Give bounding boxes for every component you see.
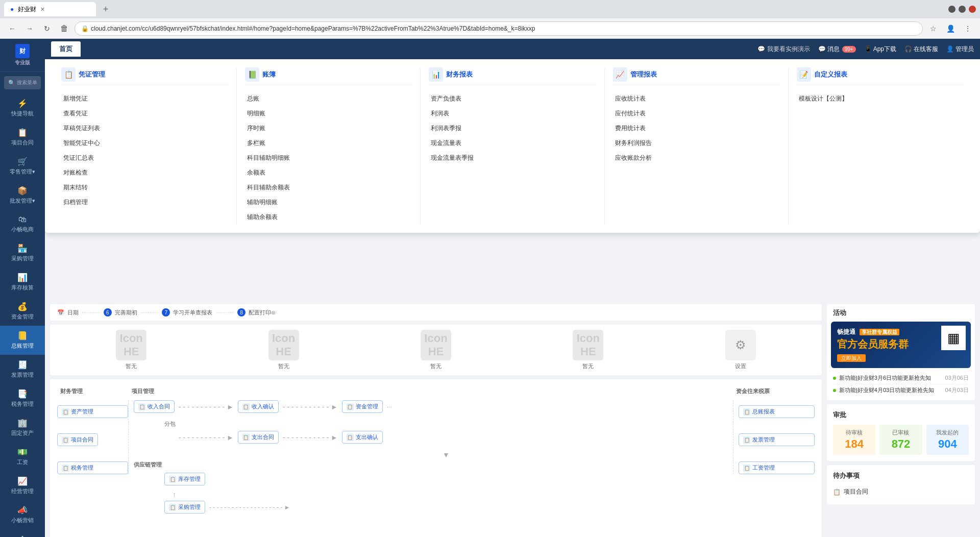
icon-box-4: IconHE xyxy=(573,330,603,360)
menu-receivable-analysis[interactable]: 应收账款分析 xyxy=(613,151,780,165)
tab-close-button[interactable]: × xyxy=(40,5,44,13)
sidebar-item-basic-info[interactable]: ℹ 基础信息 xyxy=(0,529,45,537)
expense-contract-node[interactable]: 📋 支出合同 xyxy=(238,431,279,444)
join-btn[interactable]: 立即加入 xyxy=(837,354,965,362)
salary-mgmt-node[interactable]: 📋 税务管理 xyxy=(57,461,128,474)
notification-icon: 💬 xyxy=(818,45,826,53)
delete-button[interactable]: 🗑 xyxy=(57,21,71,36)
menu-expense-stats[interactable]: 费用统计表 xyxy=(613,121,780,136)
sidebar-item-xiaochang-ecom[interactable]: 🛍 小畅电商 xyxy=(0,210,45,238)
shortcut-icon-1[interactable]: IconHE 暂无 xyxy=(116,330,146,370)
notification-button[interactable]: 💬 消息 99+ xyxy=(818,45,856,54)
custom-report-col-title: 自定义报表 xyxy=(814,70,847,79)
menu-template-design[interactable]: 模板设计【公测】 xyxy=(797,91,964,106)
profile-button[interactable]: 👤 xyxy=(943,21,958,36)
refresh-button[interactable]: ↻ xyxy=(40,21,54,36)
asset-mgmt-node[interactable]: 📋 资产管理 xyxy=(57,405,128,418)
sidebar-item-purchase-mgmt[interactable]: 🏪 采购管理 xyxy=(0,238,45,267)
date-label: 日期 xyxy=(67,309,79,316)
income-confirm-node[interactable]: 📋 资金管理 xyxy=(342,400,383,413)
forward-button[interactable]: → xyxy=(22,21,37,36)
sidebar-item-invoice-mgmt[interactable]: 🧾 发票管理 xyxy=(0,355,45,384)
menu-new-voucher[interactable]: 新增凭证 xyxy=(61,91,228,106)
sidebar-item-tax-mgmt[interactable]: 📑 税务管理 xyxy=(0,384,45,413)
user-profile-button[interactable]: 👤 管理员 xyxy=(946,45,974,54)
demo-link[interactable]: 💬 我要看实例演示 xyxy=(757,45,810,54)
menu-financial-profit-report[interactable]: 财务利润报告 xyxy=(613,136,780,151)
menu-draft-voucher-list[interactable]: 草稿凭证列表 xyxy=(61,121,228,136)
app-download-button[interactable]: 📱 App下载 xyxy=(864,45,896,54)
approval-done-card[interactable]: 已审核 872 xyxy=(879,425,922,455)
todo-item-project-contract[interactable]: 📋 项目合同 xyxy=(833,485,969,498)
sidebar-item-ops-mgmt[interactable]: 📈 经营管理 xyxy=(0,471,45,500)
bookmark-button[interactable]: ☆ xyxy=(926,21,940,36)
invoice-mgmt-flow-node[interactable]: 📋 发票管理 xyxy=(739,433,815,446)
sidebar-item-project-contract[interactable]: 📋 项目合同 xyxy=(0,123,45,152)
menu-smart-voucher[interactable]: 智能凭证中心 xyxy=(61,136,228,151)
maximize-button[interactable] xyxy=(959,6,966,13)
menu-period-end[interactable]: 期末结转 xyxy=(61,180,228,195)
menu-button[interactable]: ⋮ xyxy=(961,21,975,36)
sidebar-item-label: 小畅营销 xyxy=(11,517,34,524)
menu-view-voucher[interactable]: 查看凭证 xyxy=(61,106,228,121)
step-arrow-2: ············ xyxy=(140,309,159,315)
general-ledger-report-node[interactable]: 📋 项目合同 xyxy=(57,433,98,446)
menu-general-ledger[interactable]: 总账 xyxy=(245,91,412,106)
menu-voucher-summary[interactable]: 凭证汇总表 xyxy=(61,151,228,165)
menu-receivable-stats[interactable]: 应收统计表 xyxy=(613,91,780,106)
menu-cash-flow[interactable]: 现金流量表 xyxy=(429,136,596,151)
address-bar[interactable]: 🔒 cloud.chanjet.com/cc/u6d89qwnryel/57bf… xyxy=(75,21,923,36)
ledger-col-title: 账簿 xyxy=(262,70,276,79)
approval-pending-card[interactable]: 待审核 184 xyxy=(833,425,875,455)
menu-cash-flow-quarterly[interactable]: 现金流量表季报 xyxy=(429,151,596,165)
back-button[interactable]: ← xyxy=(5,21,19,36)
menu-detail-ledger[interactable]: 明细账 xyxy=(245,106,412,121)
menu-subject-aux-detail[interactable]: 科目辅助明细账 xyxy=(245,151,412,165)
voucher-col-title: 凭证管理 xyxy=(79,70,105,79)
menu-multi-col-ledger[interactable]: 多栏账 xyxy=(245,136,412,151)
menu-balance-sheet[interactable]: 资产负债表 xyxy=(429,91,596,106)
sidebar-item-xiaochang-marketing[interactable]: 📣 小畅营销 xyxy=(0,500,45,529)
purchase-mgmt-node[interactable]: 📋 采购管理 xyxy=(164,501,205,514)
search-menu-button[interactable]: 🔍 搜索菜单 xyxy=(4,76,41,89)
menu-income-statement[interactable]: 利润表 xyxy=(429,106,596,121)
minimize-button[interactable] xyxy=(948,6,955,13)
menu-reconciliation[interactable]: 对账检查 xyxy=(61,165,228,180)
menu-subject-aux-balance[interactable]: 科目辅助余额表 xyxy=(245,180,412,195)
tax-mgmt-flow-node[interactable]: 📋 工资管理 xyxy=(739,461,815,474)
online-service-button[interactable]: 🎧 在线客服 xyxy=(904,45,938,54)
sidebar-item-quick-nav[interactable]: ⚡ 快捷导航 xyxy=(0,93,45,123)
shortcut-icon-3[interactable]: IconHE 暂无 xyxy=(421,330,451,370)
menu-archive[interactable]: 归档管理 xyxy=(61,195,228,210)
close-button[interactable] xyxy=(969,6,976,13)
menu-balance-table[interactable]: 余额表 xyxy=(245,165,412,180)
new-tab-button[interactable]: + xyxy=(99,3,112,16)
project-contract-node[interactable]: 📋 收入合同 xyxy=(134,400,175,413)
sidebar-item-general-ledger[interactable]: 📒 总账管理 xyxy=(0,326,45,355)
shortcut-icon-4[interactable]: IconHE 暂无 xyxy=(573,330,603,370)
shortcut-settings[interactable]: ⚙ 设置 xyxy=(725,330,756,370)
approval-title: 审批 xyxy=(833,410,969,420)
capital-mgmt-node[interactable]: 📋 总账报表 xyxy=(739,405,815,418)
pending-num: 184 xyxy=(845,437,864,451)
expense-confirm-node[interactable]: 📋 支出确认 xyxy=(342,431,383,444)
menu-aux-balance[interactable]: 辅助余额表 xyxy=(245,210,412,225)
sidebar-item-fund-mgmt[interactable]: 💰 资金管理 xyxy=(0,297,45,326)
sidebar-item-wholesale-mgmt[interactable]: 📦 批发管理▾ xyxy=(0,181,45,210)
menu-sequential-ledger[interactable]: 序时账 xyxy=(245,121,412,136)
shortcut-icon-2[interactable]: IconHE 暂无 xyxy=(268,330,299,370)
approval-sent-card[interactable]: 我发起的 904 xyxy=(926,425,969,455)
done-num: 872 xyxy=(892,437,911,451)
dropdown-menu: 📋 凭证管理 新增凭证 查看凭证 草稿凭证列表 智能凭证中心 凭证汇总表 对账检… xyxy=(45,59,980,233)
sidebar-item-salary[interactable]: 💵 工资 xyxy=(0,442,45,471)
inventory-mgmt-node[interactable]: 📋 库存管理 xyxy=(164,473,205,485)
sidebar-item-fixed-assets[interactable]: 🏢 固定资产 xyxy=(0,413,45,442)
sidebar-item-inventory-calc[interactable]: 📊 库存核算 xyxy=(0,267,45,297)
income-contract-node[interactable]: 📋 收入确认 xyxy=(238,400,279,413)
browser-tab[interactable]: ● 好业财 × xyxy=(4,2,96,16)
menu-income-quarterly[interactable]: 利润表季报 xyxy=(429,121,596,136)
home-tab[interactable]: 首页 xyxy=(51,41,81,57)
sidebar-item-retail-mgmt[interactable]: 🛒 零售管理▾ xyxy=(0,152,45,181)
menu-aux-detail[interactable]: 辅助明细账 xyxy=(245,195,412,210)
menu-payable-stats[interactable]: 应付统计表 xyxy=(613,106,780,121)
